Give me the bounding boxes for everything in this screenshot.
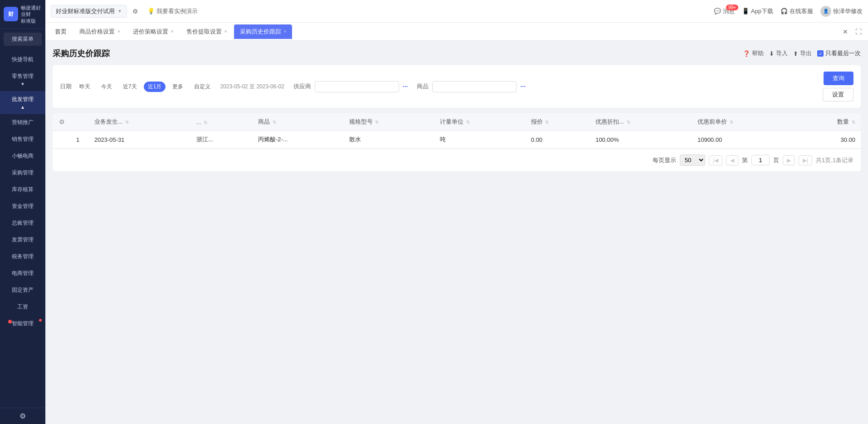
table-row: 1 2023-05-31 浙江... 丙烯酸-2-... 散水 吨 0.00 1… — [53, 131, 861, 149]
sort-biz-date-icon[interactable]: ⇅ — [125, 120, 129, 125]
page-number-input[interactable] — [751, 155, 770, 165]
sidebar-bottom: ⚙ — [0, 408, 45, 424]
page-actions: ❓ 帮助 ⬇ 导入 ⬆ 导出 ✓ 只看最后一次 — [743, 49, 861, 58]
search-menu-button[interactable]: 搜索菜单 — [4, 33, 42, 46]
quick-nav-label: 快捷导航 — [12, 56, 34, 63]
page-size-select[interactable]: 20 50 100 200 — [680, 154, 705, 166]
date-custom-btn[interactable]: 自定义 — [190, 82, 215, 92]
version-selector-text: 好业财标准版交付试用 — [56, 7, 115, 15]
purchase-label: 采购管理 — [12, 169, 34, 177]
tab-purchase-strategy-close[interactable]: × — [171, 29, 174, 34]
date-today-btn[interactable]: 今天 — [97, 82, 116, 92]
tab-maximize-button[interactable]: ⛶ — [853, 26, 864, 37]
export-button[interactable]: ⬆ 导出 — [793, 49, 812, 58]
td-quoted: 0.00 — [526, 131, 590, 149]
tab-close-all-button[interactable]: ✕ — [840, 26, 851, 37]
app-label: App下载 — [751, 7, 773, 15]
sort-more-icon[interactable]: ⇅ — [204, 120, 207, 125]
tax-label: 税务管理 — [12, 253, 34, 260]
sidebar-item-quick-nav[interactable]: 快捷导航 — [0, 51, 45, 68]
tab-price-close[interactable]: × — [117, 29, 120, 34]
date-range-display: 2023-05-02 至 2023-06-02 — [220, 83, 284, 91]
settings-button[interactable]: 设置 — [823, 88, 853, 101]
version-selector[interactable]: 好业财标准版交付试用 ▼ — [51, 5, 127, 18]
demo-link[interactable]: 💡 我要看实例演示 — [147, 7, 198, 15]
tab-sale-price[interactable]: 售价提取设置 × — [180, 24, 233, 39]
tab-home[interactable]: 首页 — [49, 24, 73, 39]
sidebar-item-finance[interactable]: 资金管理 — [0, 198, 45, 215]
tab-panel-controls: ✕ ⛶ — [840, 26, 864, 37]
sidebar-item-wholesale[interactable]: 批发管理 ▲ — [0, 91, 45, 114]
td-pre-discount: 10900.00 — [692, 131, 796, 149]
tab-purchase-strategy[interactable]: 进价策略设置 × — [127, 24, 180, 39]
tab-sale-price-close[interactable]: × — [224, 29, 227, 34]
sidebar-item-smart[interactable]: 智能管理 — [0, 315, 45, 332]
product-input[interactable] — [432, 81, 517, 92]
page-next-button[interactable]: ▶ — [783, 155, 795, 165]
td-product: 丙烯酸-2-... — [253, 131, 344, 149]
user-name: 徐泽华修改 — [833, 7, 863, 15]
th-unit: 计量单位 ⇅ — [434, 113, 526, 131]
sidebar-item-salary[interactable]: 工资 — [0, 299, 45, 315]
history-price-table: ⚙ 业务发生... ⇅ ... ⇅ 商品 ⇅ 规格型号 — [53, 113, 861, 149]
td-spec: 散水 — [344, 131, 435, 149]
sidebar-item-accounting[interactable]: 总账管理 — [0, 215, 45, 231]
page-first-button[interactable]: |◀ — [709, 155, 722, 165]
column-settings-icon[interactable]: ⚙ — [59, 118, 65, 125]
help-label: 帮助 — [752, 49, 764, 58]
sidebar-item-retail[interactable]: 零售管理 ▼ — [0, 68, 45, 91]
th-quantity: 数量 ⇅ — [796, 113, 861, 131]
sort-spec-icon[interactable]: ⇅ — [375, 120, 379, 125]
retail-label: 零售管理 — [12, 72, 34, 80]
date-last7-btn[interactable]: 近7天 — [119, 82, 141, 92]
supplier-dots-btn[interactable]: ··· — [403, 83, 408, 90]
date-last1m-btn[interactable]: 近1月 — [144, 82, 166, 92]
export-label: 导出 — [800, 49, 812, 58]
finance-label: 资金管理 — [12, 202, 34, 210]
app-logo: 财 畅捷通好业财 标准版 — [0, 0, 45, 29]
tab-history-price-label: 采购历史价跟踪 — [240, 28, 281, 36]
user-menu[interactable]: 👤 徐泽华修改 — [820, 6, 863, 17]
message-button[interactable]: 💬 消息 99+ — [714, 7, 735, 15]
sidebar-item-purchase[interactable]: 采购管理 — [0, 164, 45, 181]
sort-discount-icon[interactable]: ⇅ — [627, 120, 630, 125]
sidebar-item-invoice[interactable]: 发票管理 — [0, 231, 45, 248]
only-last-checkbox[interactable]: ✓ 只看最后一次 — [817, 49, 861, 58]
tab-history-price-close[interactable]: × — [284, 29, 287, 34]
import-button[interactable]: ⬇ 导入 — [769, 49, 788, 58]
page-title: 采购历史价跟踪 — [53, 48, 110, 59]
page-current-label: 第 — [742, 156, 748, 164]
sidebar-search-section: 搜索菜单 — [0, 29, 45, 49]
sort-pre-discount-icon[interactable]: ⇅ — [730, 120, 733, 125]
page-prev-button[interactable]: ◀ — [726, 155, 738, 165]
tab-sale-price-label: 售价提取设置 — [186, 28, 222, 36]
sidebar-settings-button[interactable]: ⚙ — [20, 412, 26, 420]
sort-product-icon[interactable]: ⇅ — [273, 120, 276, 125]
sort-unit-icon[interactable]: ⇅ — [466, 120, 470, 125]
sidebar-item-inventory[interactable]: 库存核算 — [0, 181, 45, 198]
query-button[interactable]: 查询 — [824, 72, 853, 85]
sidebar-item-assets[interactable]: 固定资产 — [0, 282, 45, 299]
date-more-btn[interactable]: 更多 — [168, 82, 187, 92]
date-yesterday-btn[interactable]: 昨天 — [75, 82, 94, 92]
th-quoted: 报价 ⇅ — [526, 113, 590, 131]
tab-price[interactable]: 商品价格设置 × — [73, 24, 126, 39]
sidebar-item-sales[interactable]: 销售管理 — [0, 131, 45, 148]
sidebar-item-marketing[interactable]: 营销推广 — [0, 114, 45, 131]
sort-quoted-icon[interactable]: ⇅ — [545, 120, 549, 125]
sidebar-item-ecommerce-small[interactable]: 小畅电商 — [0, 148, 45, 164]
page-total-info: 共1页,1条记录 — [816, 156, 853, 164]
smart-label: 智能管理 — [12, 320, 34, 328]
service-icon: 🎧 — [780, 8, 788, 14]
supplier-input[interactable] — [315, 81, 399, 92]
customer-service-button[interactable]: 🎧 在线客服 — [780, 7, 813, 15]
help-button[interactable]: ❓ 帮助 — [743, 49, 764, 58]
sidebar-item-ecommerce[interactable]: 电商管理 — [0, 265, 45, 282]
tab-history-price[interactable]: 采购历史价跟踪 × — [234, 24, 293, 39]
app-download-button[interactable]: 📱 App下载 — [742, 7, 773, 15]
product-dots-btn[interactable]: ··· — [520, 83, 526, 90]
sidebar-item-tax[interactable]: 税务管理 — [0, 248, 45, 265]
sort-quantity-icon[interactable]: ⇅ — [852, 120, 855, 125]
page-last-button[interactable]: ▶| — [799, 155, 812, 165]
topbar-gear-button[interactable]: ⚙ — [131, 6, 140, 17]
